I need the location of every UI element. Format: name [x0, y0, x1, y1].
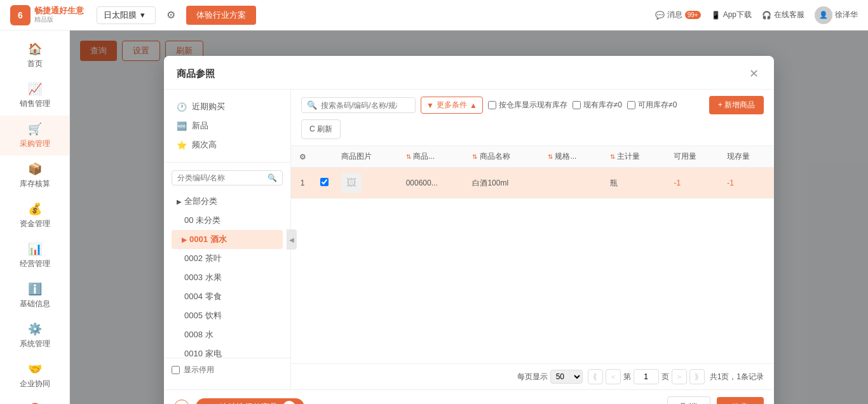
logo-icon: 6 [10, 5, 31, 25]
stock-nonzero-text: 现有库存≠0 [583, 100, 622, 111]
prev-page-button[interactable]: ＜ [606, 369, 621, 384]
category-item-0[interactable]: 00 未分类 [172, 211, 283, 230]
col-code-label: 商品... [413, 152, 435, 161]
sidebar-item-management[interactable]: 📊 经营管理 [0, 236, 69, 276]
last-page-button[interactable]: ⟫ [689, 369, 705, 384]
avail-nonzero-label[interactable]: 可用库存≠0 [627, 100, 677, 111]
search-input[interactable] [321, 101, 397, 110]
product-table-wrapper: ⚙ 商品图片 ⇅ 商品... [291, 146, 774, 363]
basic-info-icon: ℹ️ [28, 282, 42, 296]
modal-close-button[interactable]: ✕ [746, 66, 761, 81]
sidebar-item-basic-info[interactable]: ℹ️ 基础信息 [0, 276, 69, 316]
quick-item-frequent[interactable]: ⭐ 频次高 [172, 135, 283, 154]
footer-collapse-button[interactable]: ⌃ [311, 400, 326, 404]
category-label-6: 0008 水 [184, 329, 214, 340]
quick-item-recent[interactable]: 🕐 近期购买 [172, 97, 283, 116]
category-search: 🔍 [172, 170, 283, 185]
filter-arrow-icon: ▲ [470, 101, 477, 110]
next-page-button[interactable]: ＞ [672, 369, 687, 384]
nav-service[interactable]: 🎧 在线客服 [762, 10, 804, 20]
category-item-6[interactable]: 0008 水 [172, 325, 283, 344]
category-item-4[interactable]: 0004 零食 [172, 287, 283, 306]
quick-item-new[interactable]: 🆕 新品 [172, 116, 283, 135]
search-box: 🔍 [301, 97, 416, 113]
new-product-button[interactable]: + 新增商品 [709, 96, 764, 114]
arrow-icon-all: ▶ [177, 198, 182, 205]
row-name: 白酒100ml [466, 168, 541, 199]
col-stock-label: 现存量 [727, 152, 750, 161]
stock-nonzero-label[interactable]: 现有库存≠0 [573, 100, 622, 111]
modal-body: 🕐 近期购买 🆕 新品 ⭐ 频次高 [164, 90, 774, 389]
avail-nonzero-text: 可用库存≠0 [638, 100, 677, 111]
sidebar-label-management: 经营管理 [20, 259, 50, 269]
phone-icon: 📱 [711, 11, 721, 20]
refresh-button[interactable]: C 刷新 [301, 119, 341, 139]
warehouse-checkbox[interactable] [488, 101, 496, 109]
row-num: 1 [291, 168, 314, 199]
right-panel: 🔍 ▼ 更多条件 ▲ 按仓库显示现有库存 [291, 90, 774, 389]
sidebar-label-finance: 资金管理 [20, 219, 50, 229]
sidebar-item-collab[interactable]: 🤝 企业协同 [0, 356, 69, 396]
table-row[interactable]: 1 🖼 000600... 白酒100ml [291, 168, 774, 199]
first-page-button[interactable]: ⟪ [588, 369, 603, 384]
warehouse-checkbox-label[interactable]: 按仓库显示现有库存 [488, 100, 567, 111]
col-code[interactable]: ⇅ 商品... [400, 146, 466, 168]
total-info: 共1页，1条记录 [710, 372, 764, 382]
sidebar-item-purchase[interactable]: 🛒 采购管理 [0, 116, 69, 156]
category-item-2[interactable]: 0002 茶叶 [172, 249, 283, 268]
category-label-3: 0003 水果 [184, 272, 222, 283]
nav-selector[interactable]: 日太阳膜 ▾ [97, 6, 156, 24]
row-stock: -1 [721, 168, 774, 199]
nav-user[interactable]: 👤 徐泽华 [815, 6, 858, 24]
page-input[interactable] [634, 369, 659, 384]
product-table: ⚙ 商品图片 ⇅ 商品... [291, 146, 774, 199]
message-icon: 💬 [655, 11, 665, 20]
help-icon-button[interactable]: ? [174, 400, 189, 404]
show-disabled-label: 显示停用 [184, 365, 214, 375]
col-image: 商品图片 [335, 146, 400, 168]
sidebar-item-home[interactable]: 🏠 首页 [0, 36, 69, 76]
category-search-input[interactable] [177, 173, 264, 182]
filter-button[interactable]: ▼ 更多条件 ▲ [421, 97, 483, 114]
category-item-5[interactable]: 0005 饮料 [172, 306, 283, 325]
row-available: -1 [667, 168, 721, 199]
modal-footer: ? 🛒 连续选择的商品 0 ⌃ 取消 确定 [164, 389, 774, 404]
avail-nonzero-checkbox[interactable] [627, 101, 635, 109]
category-label-5: 0005 饮料 [184, 310, 222, 321]
pagination-bar: 每页显示 10 20 50 100 ⟪ ＜ [291, 363, 774, 389]
trial-button[interactable]: 体验行业方案 [186, 6, 256, 25]
nav-app-download[interactable]: 📱 App下载 [711, 10, 752, 20]
nav-message[interactable]: 💬 消息 99+ [655, 10, 701, 20]
sidebar-item-inventory[interactable]: 📦 库存核算 [0, 156, 69, 196]
cancel-button[interactable]: 取消 [667, 396, 710, 404]
sidebar-item-system[interactable]: ⚙️ 系统管理 [0, 316, 69, 356]
nav-right: 💬 消息 99+ 📱 App下载 🎧 在线客服 👤 徐泽华 [655, 6, 858, 24]
col-settings[interactable]: ⚙ [291, 146, 314, 168]
management-icon: 📊 [28, 242, 42, 256]
col-unit-label: 主计量 [617, 152, 640, 161]
confirm-button[interactable]: 确定 [717, 397, 764, 404]
col-unit[interactable]: ⇅ 主计量 [604, 146, 668, 168]
category-item-7[interactable]: 0010 家电 [172, 344, 283, 358]
row-checkbox-cell[interactable] [314, 168, 335, 199]
category-label-0: 00 未分类 [184, 215, 220, 226]
stock-nonzero-checkbox[interactable] [573, 101, 581, 109]
category-item-1[interactable]: ▶ 0001 酒水 [172, 230, 283, 249]
page-label: 第 [623, 372, 631, 382]
sidebar-item-sales[interactable]: 📈 销售管理 [0, 76, 69, 116]
logo-line2: 精品版 [34, 15, 84, 24]
collapse-panel-button[interactable]: ◀ [287, 229, 297, 250]
page-label-2: 页 [661, 372, 669, 382]
sidebar-item-finance[interactable]: 💰 资金管理 [0, 196, 69, 236]
row-checkbox[interactable] [320, 178, 329, 186]
category-item-3[interactable]: 0003 水果 [172, 268, 283, 287]
col-spec[interactable]: ⇅ 规格... [541, 146, 604, 168]
sidebar-item-guide[interactable]: 🎯 新手引导 [0, 396, 69, 404]
category-item-all[interactable]: ▶ 全部分类 [172, 192, 283, 211]
chevron-down-icon: ▾ [140, 10, 145, 20]
page-size-label: 每页显示 [517, 372, 548, 382]
col-name[interactable]: ⇅ 商品名称 [466, 146, 541, 168]
gear-button[interactable]: ⚙ [161, 5, 181, 25]
show-disabled-checkbox[interactable] [172, 366, 180, 374]
page-size-dropdown[interactable]: 10 20 50 100 [550, 370, 583, 384]
